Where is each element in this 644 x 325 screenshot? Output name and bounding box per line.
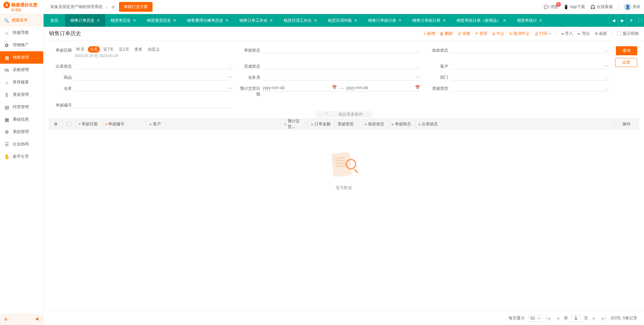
calendar-icon[interactable]: 📅 — [332, 85, 337, 90]
add-button[interactable]: +新增 — [424, 31, 435, 37]
date-tag[interactable]: 今天 — [88, 46, 100, 53]
tab-scroll-right[interactable]: ▶ — [618, 14, 627, 27]
doc-no-input[interactable] — [74, 101, 232, 108]
tab-scroll-left[interactable]: ◀ — [609, 14, 618, 27]
table-checkall-col[interactable] — [63, 119, 76, 129]
close-icon[interactable]: ✕ — [270, 18, 273, 23]
invoice-type-select[interactable] — [451, 84, 608, 91]
sidebar-item[interactable]: 🛍采购管理 — [0, 64, 43, 76]
tab[interactable]: 销货退货历史✕ — [141, 14, 182, 27]
tab-fullscreen[interactable]: ⛶ — [635, 14, 644, 27]
refresh-button[interactable]: ⟳刷新 — [595, 31, 607, 37]
abandon-button[interactable]: ↶弃审 — [475, 31, 487, 37]
prev-page[interactable]: ◀ — [555, 316, 561, 321]
chevron-down-icon[interactable]: ⌄ — [416, 63, 420, 69]
setting-button[interactable]: 设置 — [615, 58, 637, 67]
col-deliver[interactable]: ◆预计交货... — [281, 119, 308, 129]
audit-button[interactable]: ☑审核 — [458, 31, 470, 37]
tab[interactable]: 销售订单工作台✕ — [234, 14, 278, 27]
col-invoice[interactable]: 票据类型 — [335, 119, 362, 129]
export-button[interactable]: ⇤导出 — [578, 31, 590, 37]
tab[interactable]: 销货单历史✕ — [105, 14, 141, 27]
col-docstatus[interactable]: ◆单据状态 — [389, 119, 415, 129]
user-menu[interactable]: 👤 用友 — [624, 3, 641, 11]
pay-status-select[interactable] — [451, 46, 608, 53]
tab[interactable]: 首页 — [44, 14, 65, 27]
chevron-down-icon[interactable]: ⌄ — [604, 74, 608, 80]
service-link[interactable]: 🎧 在线客服 — [590, 4, 613, 10]
close-icon[interactable]: ✕ — [173, 18, 176, 23]
date-tag[interactable]: 近1月 — [117, 46, 131, 53]
col-outstatus[interactable]: ◆出库状态 — [415, 119, 615, 129]
sidebar-item[interactable]: ☰企业协同 — [0, 138, 43, 150]
close-icon[interactable]: ✕ — [314, 18, 317, 23]
import-button[interactable]: ⇥导入 — [561, 31, 573, 37]
sidebar-item[interactable]: ⌂快捷导航 — [0, 26, 43, 39]
print-button[interactable]: 🖨打印▾ — [534, 31, 551, 37]
warehouse-picker[interactable] — [74, 84, 232, 91]
deliver-date-to[interactable] — [346, 84, 420, 91]
deliver-date-from[interactable] — [263, 84, 337, 91]
experience-button[interactable]: 体验行业方案 — [119, 2, 153, 12]
messages-link[interactable]: 💬 消息 6 — [544, 4, 558, 10]
tab[interactable]: 钱货日清对账✕ — [323, 14, 363, 27]
col-date[interactable]: ▾单据日期 — [76, 119, 103, 129]
sidebar-item[interactable]: ▦基础信息 — [0, 113, 43, 126]
tab[interactable]: 销售费用分摊单历史✕ — [182, 14, 234, 27]
tab[interactable]: 销售订单统计表✕ — [363, 14, 407, 27]
ellipsis-icon[interactable]: ⋯ — [227, 74, 232, 80]
ellipsis-icon[interactable]: ⋯ — [227, 85, 232, 91]
col-amount[interactable]: ◆订单金额 — [308, 119, 335, 129]
next-page[interactable]: ▶ — [591, 316, 597, 321]
ellipsis-icon[interactable]: ⋯ — [604, 63, 608, 69]
unstop-button[interactable]: ↻取消中止 — [509, 31, 530, 37]
chevron-down-icon[interactable]: ⌄ — [604, 85, 608, 91]
salesman-picker[interactable] — [263, 73, 420, 80]
sidebar-search[interactable]: 🔍 搜索菜单 — [0, 14, 43, 26]
sidebar-item[interactable]: ▦销售管理 — [0, 51, 43, 64]
stop-button[interactable]: ⊘中止 — [492, 31, 505, 37]
page-input[interactable] — [571, 315, 581, 322]
date-tag[interactable]: 自定义 — [146, 46, 162, 53]
sidebar-item[interactable]: ✿营销推广 — [0, 39, 43, 51]
tab[interactable]: 销货单统计✕ — [512, 14, 548, 27]
ellipsis-icon[interactable]: ⋯ — [415, 74, 420, 80]
close-icon[interactable]: ✕ — [503, 18, 506, 23]
sidebar-item[interactable]: ₿资金管理 — [0, 88, 43, 101]
close-icon[interactable]: ✕ — [539, 18, 542, 23]
tab[interactable]: 销货单统计表（按商品）✕ — [451, 14, 512, 27]
page-size-select[interactable]: 50▾ — [528, 315, 541, 322]
tab[interactable]: 销售订单历史✕ — [65, 14, 105, 27]
app-download-link[interactable]: 📱 App下载 — [564, 4, 585, 10]
show-detail-checkbox[interactable]: 显示明细 — [617, 31, 639, 37]
sidebar-item[interactable]: ⚙系统管理 — [0, 126, 43, 138]
close-icon[interactable]: ✕ — [225, 18, 229, 23]
col-paystatus[interactable]: ◆收款状态 — [362, 119, 389, 129]
tab-close-all[interactable]: ✕ — [627, 14, 635, 27]
settings-icon[interactable]: ⚙ — [4, 317, 8, 322]
col-docno[interactable]: ▾单据编号 — [103, 119, 147, 129]
collapse-sidebar-icon[interactable]: ⮜ — [35, 317, 39, 322]
close-icon[interactable]: ✕ — [443, 18, 446, 23]
goods-picker[interactable] — [74, 73, 232, 80]
date-tag[interactable]: 昨天 — [74, 46, 86, 53]
chevron-down-icon[interactable]: ⌄ — [416, 47, 420, 53]
done-status-select[interactable] — [263, 62, 420, 69]
gear-icon[interactable]: ⚙ — [111, 5, 115, 9]
system-selector[interactable]: 装备及固定资产辅助管理系统 ⌄ — [50, 4, 111, 10]
chevron-down-icon[interactable]: ⌄ — [604, 47, 608, 53]
col-customer[interactable]: ◆客户 — [147, 119, 281, 129]
table-settings-col[interactable]: ⚙ — [49, 119, 63, 129]
date-tag[interactable]: 近7天 — [101, 46, 116, 53]
doc-status-select[interactable] — [263, 46, 420, 53]
tab[interactable]: 钱货日清工作台✕ — [278, 14, 323, 27]
close-icon[interactable]: ✕ — [97, 18, 100, 23]
close-icon[interactable]: ✕ — [354, 18, 357, 23]
sidebar-item[interactable]: ⌂库存核算 — [0, 76, 43, 88]
date-tag[interactable]: 更多 — [132, 46, 144, 53]
close-icon[interactable]: ✕ — [133, 18, 136, 23]
query-button[interactable]: 查询 — [616, 46, 637, 55]
sidebar-item[interactable]: ✋新手引导 — [0, 150, 43, 163]
close-icon[interactable]: ✕ — [398, 18, 402, 23]
customer-picker[interactable] — [451, 62, 608, 69]
